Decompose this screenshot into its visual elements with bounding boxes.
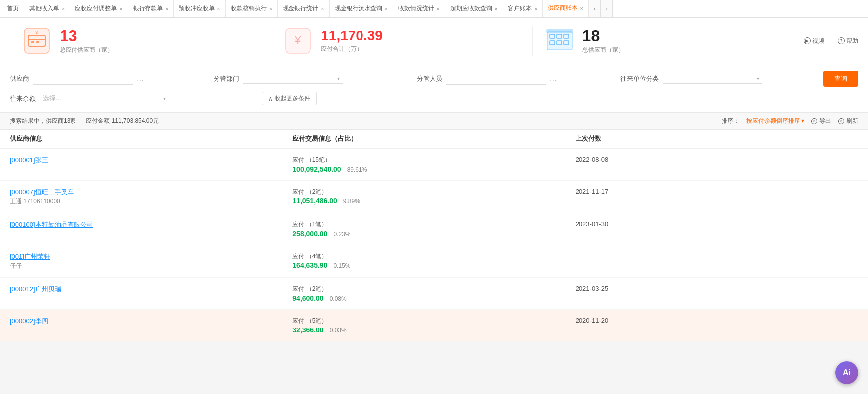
nav-tab-collection-close[interactable]: × bbox=[269, 6, 272, 12]
summary-bar: ¥ 13 总应付供应商（家） ¥ 11,170.39 应付合计（万） bbox=[0, 18, 868, 64]
svg-rect-15 bbox=[546, 29, 573, 33]
sort-select[interactable]: 按应付余额倒序排序 ▾ bbox=[746, 117, 804, 125]
nav-tab-overdue[interactable]: 超期应收款查询 × bbox=[445, 0, 503, 18]
col-header-supplier: 供应商信息 bbox=[10, 134, 292, 143]
help-btn[interactable]: ? 帮助 bbox=[838, 37, 858, 45]
filter-balance: 往来余额 选择... ▾ bbox=[10, 92, 169, 105]
filter-row-2: 往来余额 选择... ▾ ∧ 收起更多条件 bbox=[10, 92, 858, 105]
nav-tab-customer-ledger[interactable]: 客户账本 × bbox=[503, 0, 543, 18]
supplier-info-2: [000100]本特勤油品有限公司 bbox=[10, 220, 292, 229]
tx-info-0: 应付 （15笔） 100,092,540.00 89.61% bbox=[292, 156, 575, 173]
payable-total-number: 11,170.39 bbox=[321, 29, 383, 43]
nav-tab-adjust[interactable]: 应收应付调整单 × bbox=[70, 0, 128, 18]
person-filter-input[interactable] bbox=[446, 73, 546, 85]
supplier-sub-1: 王通 17106110000 bbox=[10, 197, 292, 206]
nav-tab-home[interactable]: 首页 bbox=[2, 0, 24, 18]
total-supplier-number: 18 bbox=[582, 28, 624, 44]
video-help-btn[interactable]: ▶ 视频 bbox=[804, 37, 824, 45]
balance-filter-label: 往来余额 bbox=[10, 94, 36, 103]
total-supplier-icon bbox=[545, 26, 575, 56]
tx-label-5: 应付 （5笔） bbox=[292, 317, 575, 325]
nav-tab-collection-stat[interactable]: 收款情况统计 × bbox=[393, 0, 445, 18]
tx-percent-1: 9.89% bbox=[343, 198, 360, 205]
supplier-link-5[interactable]: [000002]李四 bbox=[10, 317, 292, 326]
summary-card-payable-total: ¥ 11,170.39 应付合计（万） bbox=[271, 26, 532, 56]
person-filter-dots[interactable]: ... bbox=[550, 74, 556, 83]
nav-tab-collection-label: 收款核销执行 bbox=[231, 4, 267, 13]
payable-supplier-icon: ¥ bbox=[22, 26, 52, 56]
balance-chevron-icon: ▾ bbox=[163, 96, 166, 101]
balance-filter-select[interactable]: 选择... ▾ bbox=[40, 92, 169, 105]
video-circle-icon: ▶ bbox=[804, 37, 811, 44]
nav-tab-collection[interactable]: 收款核销执行 × bbox=[226, 0, 278, 18]
result-amount: 应付金额 111,703,854.00元 bbox=[86, 117, 159, 125]
supplier-link-4[interactable]: [000012]广州贝瑞 bbox=[10, 285, 292, 294]
supplier-filter-label: 供应商 bbox=[10, 74, 29, 83]
payable-total-content: 11,170.39 应付合计（万） bbox=[321, 29, 383, 53]
table-header: 供应商信息 应付交易信息（占比） 上次付数 bbox=[0, 130, 868, 149]
tx-label-2: 应付 （1笔） bbox=[292, 220, 575, 229]
supplier-sub-3: 仔仔 bbox=[10, 262, 292, 270]
supplier-link-1[interactable]: [000007]恒旺二手叉车 bbox=[10, 188, 292, 197]
table-row: [000002]李四 应付 （5笔） 32,366.00 0.03% 2020-… bbox=[0, 310, 868, 341]
supplier-filter-input[interactable] bbox=[33, 73, 133, 85]
tx-amount-2: 258,000.00 bbox=[292, 230, 327, 238]
export-button[interactable]: ○ 导出 bbox=[811, 117, 831, 125]
unit-class-chevron-icon: ▾ bbox=[757, 76, 759, 81]
supplier-link-3[interactable]: [001]广州荣轩 bbox=[10, 252, 292, 261]
nav-tab-cash-flow-close[interactable]: × bbox=[385, 6, 388, 12]
nav-arrow-right[interactable]: › bbox=[601, 0, 613, 18]
nav-tab-customer-ledger-label: 客户账本 bbox=[508, 4, 532, 13]
search-button[interactable]: 查询 bbox=[823, 71, 858, 87]
nav-tab-other-income[interactable]: 其他收入单 × bbox=[24, 0, 70, 18]
table-row: [000001]张三 应付 （15笔） 100,092,540.00 89.61… bbox=[0, 149, 868, 181]
nav-tab-cash-stat[interactable]: 现金银行统计 × bbox=[278, 0, 329, 18]
tx-row-1: 11,051,486.00 9.89% bbox=[292, 197, 575, 205]
nav-tab-advance-close[interactable]: × bbox=[217, 6, 220, 12]
sort-prefix: 排序： bbox=[722, 117, 739, 125]
help-label: 帮助 bbox=[846, 37, 858, 45]
nav-tab-supplier-ledger-close[interactable]: × bbox=[580, 5, 583, 11]
nav-tab-bank-deposit-close[interactable]: × bbox=[165, 6, 168, 12]
refresh-button[interactable]: ○ 刷新 bbox=[838, 117, 858, 125]
tx-info-5: 应付 （5笔） 32,366.00 0.03% bbox=[292, 317, 575, 334]
nav-tab-supplier-ledger[interactable]: 供应商账本 × bbox=[543, 0, 588, 18]
nav-tab-advance[interactable]: 预收冲应收单 × bbox=[174, 0, 225, 18]
tx-amount-1: 11,051,486.00 bbox=[292, 197, 337, 205]
result-bar-left: 搜索结果中，供应商13家 应付金额 111,703,854.00元 bbox=[10, 117, 159, 125]
nav-tab-customer-ledger-close[interactable]: × bbox=[534, 6, 537, 12]
svg-text:¥: ¥ bbox=[35, 30, 38, 35]
nav-arrow-left[interactable]: ‹ bbox=[589, 0, 601, 18]
tx-row-5: 32,366.00 0.03% bbox=[292, 326, 575, 334]
balance-select-text: 选择... bbox=[43, 94, 61, 103]
supplier-link-0[interactable]: [000001]张三 bbox=[10, 156, 292, 165]
filter-dept: 分管部门 ▾ bbox=[214, 74, 409, 84]
table-row: [000100]本特勤油品有限公司 应付 （1笔） 258,000.00 0.2… bbox=[0, 213, 868, 245]
nav-tab-cash-flow[interactable]: 现金银行流水查询 × bbox=[330, 0, 393, 18]
unit-class-select[interactable]: ▾ bbox=[663, 74, 762, 84]
col-header-tx: 应付交易信息（占比） bbox=[292, 134, 575, 143]
total-supplier-content: 18 总供应商（家） bbox=[582, 28, 624, 54]
nav-tab-other-income-label: 其他收入单 bbox=[29, 4, 59, 13]
nav-tab-cash-stat-close[interactable]: × bbox=[321, 6, 324, 12]
nav-tab-collection-stat-close[interactable]: × bbox=[436, 6, 439, 12]
tx-info-4: 应付 （2笔） 94,600.00 0.08% bbox=[292, 285, 575, 302]
supplier-filter-dots[interactable]: ... bbox=[137, 74, 143, 83]
filter-supplier: 供应商 ... bbox=[10, 73, 206, 85]
supplier-info-1: [000007]恒旺二手叉车 王通 17106110000 bbox=[10, 188, 292, 206]
video-label: 视频 bbox=[812, 37, 824, 45]
nav-tab-overdue-close[interactable]: × bbox=[495, 6, 498, 12]
collapse-button[interactable]: ∧ 收起更多条件 bbox=[262, 92, 317, 105]
dept-filter-select[interactable]: ▾ bbox=[243, 74, 343, 84]
tx-amount-5: 32,366.00 bbox=[292, 326, 323, 334]
nav-tab-adjust-close[interactable]: × bbox=[119, 6, 122, 12]
nav-tab-other-income-close[interactable]: × bbox=[62, 6, 65, 12]
tx-percent-0: 89.61% bbox=[347, 166, 367, 173]
tx-info-1: 应付 （2笔） 11,051,486.00 9.89% bbox=[292, 188, 575, 205]
supplier-link-2[interactable]: [000100]本特勤油品有限公司 bbox=[10, 220, 292, 229]
nav-tab-supplier-ledger-label: 供应商账本 bbox=[548, 4, 578, 12]
tx-info-2: 应付 （1笔） 258,000.00 0.23% bbox=[292, 220, 575, 238]
nav-tab-overdue-label: 超期应收款查询 bbox=[450, 4, 492, 13]
nav-tab-bank-deposit[interactable]: 银行存款单 × bbox=[128, 0, 174, 18]
nav-tab-bank-deposit-label: 银行存款单 bbox=[133, 4, 163, 13]
